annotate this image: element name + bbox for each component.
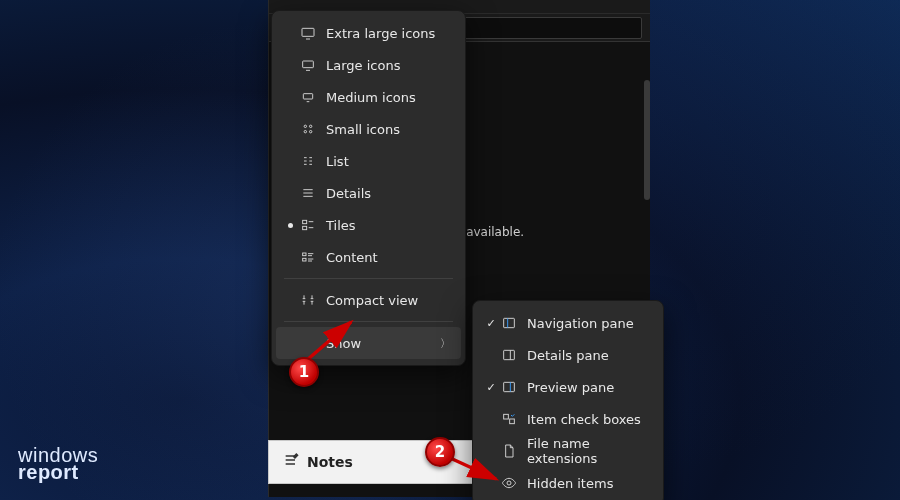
- list-narrow-icon: [298, 153, 318, 169]
- pane-left-icon: [499, 315, 519, 331]
- checkboxes-icon: [499, 411, 519, 427]
- svg-point-5: [304, 130, 306, 132]
- menu-item-label: Hidden items: [527, 476, 649, 491]
- menu-separator: [284, 321, 453, 322]
- svg-rect-1: [303, 61, 314, 68]
- annotation-badge-1: 1: [289, 357, 319, 387]
- svg-rect-7: [303, 220, 307, 223]
- monitor-icon: [298, 57, 318, 73]
- show-item-check-boxes[interactable]: Item check boxes: [477, 403, 659, 435]
- tiles-icon: [298, 217, 318, 233]
- menu-item-label: Medium icons: [326, 90, 451, 105]
- menu-item-label: Details: [326, 186, 451, 201]
- chevron-right-icon: 〉: [440, 336, 451, 351]
- annotation-badge-2: 2: [425, 437, 455, 467]
- preview-scrollbar[interactable]: [644, 80, 650, 200]
- view-extra-large-icons[interactable]: Extra large icons: [276, 17, 461, 49]
- radio-indicator-selected: [282, 223, 298, 228]
- show-hidden-items[interactable]: Hidden items: [477, 467, 659, 499]
- monitor-large-icon: [298, 25, 318, 41]
- menu-item-label: Compact view: [326, 293, 451, 308]
- monitor-small-icon: [298, 89, 318, 105]
- svg-rect-8: [303, 226, 307, 229]
- show-navigation-pane[interactable]: ✓ Navigation pane: [477, 307, 659, 339]
- view-menu: Extra large icons Large icons Medium ico…: [271, 10, 466, 366]
- view-medium-icons[interactable]: Medium icons: [276, 81, 461, 113]
- menu-item-label: Extra large icons: [326, 26, 451, 41]
- menu-item-label: Show: [326, 336, 440, 351]
- svg-rect-13: [504, 382, 515, 391]
- windows-report-watermark: windows report: [18, 446, 98, 482]
- content-icon: [298, 249, 318, 265]
- compact-view-icon: [298, 292, 318, 308]
- menu-item-label: Tiles: [326, 218, 451, 233]
- menu-item-label: Navigation pane: [527, 316, 649, 331]
- svg-rect-11: [504, 318, 515, 327]
- view-content[interactable]: Content: [276, 241, 461, 273]
- view-list[interactable]: List: [276, 145, 461, 177]
- notes-label: Notes: [307, 454, 353, 470]
- svg-rect-10: [303, 258, 306, 261]
- menu-item-label: File name extensions: [527, 436, 649, 466]
- view-details[interactable]: Details: [276, 177, 461, 209]
- svg-point-16: [507, 481, 511, 485]
- menu-item-label: List: [326, 154, 451, 169]
- view-large-icons[interactable]: Large icons: [276, 49, 461, 81]
- svg-rect-0: [302, 28, 314, 36]
- svg-point-3: [304, 125, 306, 127]
- svg-rect-2: [303, 94, 312, 99]
- svg-rect-12: [504, 350, 515, 359]
- svg-point-6: [309, 130, 311, 132]
- svg-point-4: [309, 125, 311, 127]
- view-tiles[interactable]: Tiles: [276, 209, 461, 241]
- list-lines-icon: [298, 185, 318, 201]
- check-indicator-checked: ✓: [483, 381, 499, 394]
- svg-rect-9: [303, 253, 306, 256]
- grid-small-icon: [298, 121, 318, 137]
- notes-icon: [283, 452, 299, 472]
- eye-icon: [499, 475, 519, 491]
- svg-rect-14: [504, 414, 509, 419]
- view-compact-view[interactable]: Compact view: [276, 284, 461, 316]
- show-file-name-extensions[interactable]: File name extensions: [477, 435, 659, 467]
- menu-item-label: Content: [326, 250, 451, 265]
- pane-right-icon: [499, 379, 519, 395]
- menu-item-label: Details pane: [527, 348, 649, 363]
- file-icon: [499, 443, 519, 459]
- pane-right-icon: [499, 347, 519, 363]
- view-small-icons[interactable]: Small icons: [276, 113, 461, 145]
- menu-separator: [284, 278, 453, 279]
- show-submenu: ✓ Navigation pane Details pane ✓ Preview…: [472, 300, 664, 500]
- view-show-submenu[interactable]: Show 〉: [276, 327, 461, 359]
- show-details-pane[interactable]: Details pane: [477, 339, 659, 371]
- svg-rect-15: [510, 419, 515, 424]
- menu-item-label: Small icons: [326, 122, 451, 137]
- menu-item-label: Preview pane: [527, 380, 649, 395]
- menu-item-label: Large icons: [326, 58, 451, 73]
- check-indicator-checked: ✓: [483, 317, 499, 330]
- show-preview-pane[interactable]: ✓ Preview pane: [477, 371, 659, 403]
- menu-item-label: Item check boxes: [527, 412, 649, 427]
